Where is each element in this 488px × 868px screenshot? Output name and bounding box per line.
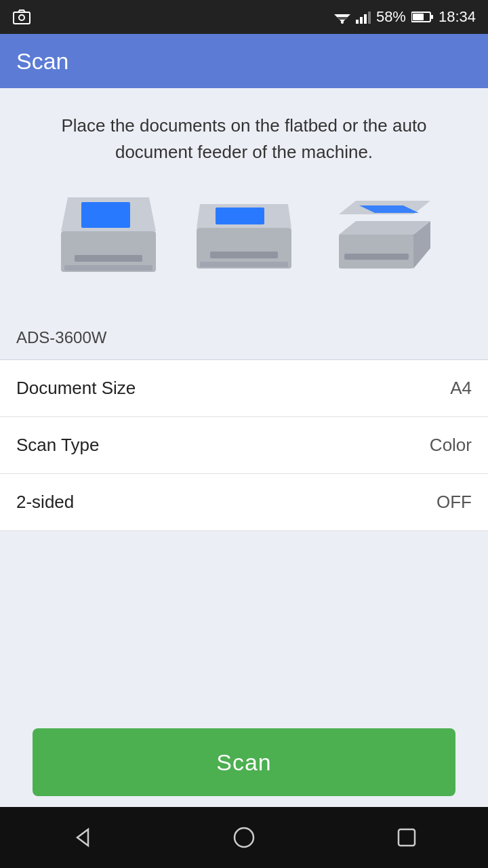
svg-rect-8 (364, 14, 367, 24)
document-size-value: A4 (450, 378, 472, 399)
device-name: ADS-3600W (16, 328, 106, 347)
home-button[interactable] (217, 817, 271, 858)
two-sided-label: 2-sided (16, 492, 74, 513)
svg-point-31 (235, 828, 253, 847)
svg-rect-21 (210, 252, 278, 258)
svg-rect-29 (344, 254, 409, 260)
svg-rect-20 (216, 208, 264, 224)
document-size-label: Document Size (16, 378, 136, 399)
scan-button[interactable]: Scan (33, 728, 455, 796)
svg-rect-11 (413, 14, 424, 20)
signal-icon (356, 10, 371, 24)
svg-rect-9 (368, 12, 371, 24)
instruction-text: Place the documents on the flatbed or th… (27, 113, 461, 165)
two-sided-row[interactable]: 2-sided OFF (0, 474, 488, 531)
scan-type-row[interactable]: Scan Type Color (0, 417, 488, 474)
svg-rect-7 (360, 17, 363, 24)
recents-button[interactable] (380, 817, 434, 858)
svg-rect-15 (81, 202, 130, 228)
scanners-row (27, 187, 461, 282)
nav-bar (0, 807, 488, 868)
home-icon (232, 825, 256, 850)
status-icons: 58% 18:34 (334, 8, 476, 26)
scan-button-area: Scan (0, 717, 488, 807)
back-button[interactable] (54, 817, 108, 858)
recents-icon (396, 827, 418, 848)
photo-icon (12, 7, 31, 26)
app-bar: Scan (0, 34, 488, 88)
svg-rect-22 (200, 262, 288, 267)
wifi-icon (334, 10, 350, 24)
svg-marker-30 (77, 829, 88, 846)
scanner-1 (54, 187, 163, 282)
scanner-3 (325, 187, 434, 282)
clock: 18:34 (439, 8, 476, 26)
svg-point-1 (19, 15, 24, 20)
svg-rect-6 (356, 20, 359, 24)
svg-point-5 (341, 21, 344, 24)
status-bar-left (12, 7, 327, 26)
svg-rect-12 (431, 15, 433, 19)
svg-rect-16 (75, 255, 142, 262)
svg-rect-32 (399, 829, 415, 846)
scanner-2 (190, 187, 298, 282)
device-section: ADS-3600W (0, 316, 488, 360)
battery-percentage: 58% (376, 8, 406, 26)
two-sided-value: OFF (436, 492, 472, 513)
scan-type-label: Scan Type (16, 435, 99, 456)
scan-type-value: Color (430, 435, 472, 456)
page-title: Scan (16, 48, 69, 75)
settings-list: Document Size A4 Scan Type Color 2-sided… (0, 360, 488, 531)
status-bar: 58% 18:34 (0, 0, 488, 34)
empty-space (0, 531, 488, 717)
document-size-row[interactable]: Document Size A4 (0, 360, 488, 417)
main-content: Place the documents on the flatbed or th… (0, 88, 488, 807)
svg-rect-0 (14, 12, 30, 24)
back-icon (69, 825, 94, 850)
instruction-area: Place the documents on the flatbed or th… (0, 88, 488, 316)
battery-icon (411, 11, 433, 23)
svg-rect-24 (339, 235, 413, 269)
svg-rect-17 (64, 265, 152, 271)
